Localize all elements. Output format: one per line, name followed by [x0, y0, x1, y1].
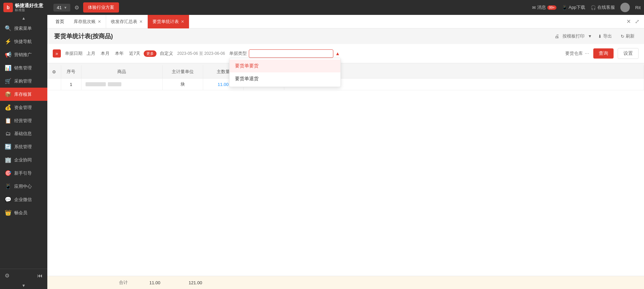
refresh-button[interactable]: ↻ 刷新: [618, 32, 637, 41]
filter-settings-button[interactable]: 设置: [618, 48, 639, 59]
date-last-month-button[interactable]: 上月: [85, 50, 97, 57]
tab-controls: ✕ ⤢: [625, 17, 641, 26]
sidebar-item-label: 销售管理: [14, 65, 32, 71]
purchase-icon: 🛒: [5, 78, 11, 84]
page-actions: 🖨 按模板打印 ▼ ⬇ 导出 ↻ 刷新: [554, 32, 637, 41]
base-info-icon: 🗂: [5, 131, 11, 137]
settings-gear-button[interactable]: ⚙: [73, 3, 80, 12]
warehouse-more-icon[interactable]: ···: [585, 50, 589, 57]
top-header: b 畅捷通好生意 标准版 41 ▼ ⚙ 体验行业方案 ✉ 消息 99+ 📱 Ap…: [0, 0, 644, 15]
sidebar-item-search[interactable]: 🔍 搜索菜单: [0, 22, 47, 35]
sidebar-scroll-up-button[interactable]: ▲: [22, 16, 26, 21]
tab-requisition-summary-close-icon[interactable]: ✕: [181, 19, 184, 24]
tab-requisition-summary[interactable]: 要货单统计表 ✕: [148, 15, 189, 28]
col-settings[interactable]: ⚙: [47, 65, 61, 79]
sidebar-item-operations[interactable]: 📋 经营管理: [0, 114, 47, 127]
sidebar-item-member[interactable]: 👑 畅会员: [0, 206, 47, 219]
tab-expand-button[interactable]: ⤢: [634, 17, 641, 26]
sidebar-item-wechat[interactable]: 💬 企业微信: [0, 193, 47, 206]
member-icon: 👑: [5, 209, 11, 216]
company-dropdown-arrow-icon: ▼: [64, 6, 67, 9]
sidebar-item-label: 营销推广: [14, 52, 32, 58]
sidebar-settings-button[interactable]: ⚙: [5, 272, 9, 279]
tab-close-window-button[interactable]: ✕: [625, 17, 632, 26]
message-icon: ✉: [532, 5, 536, 10]
sidebar-item-label: 采购管理: [14, 78, 32, 84]
query-button[interactable]: 查询: [593, 48, 614, 59]
company-selector[interactable]: 41 ▼: [53, 4, 70, 12]
tab-requisition-summary-label: 要货单统计表: [152, 19, 179, 25]
col-unit: 主计量单位: [162, 65, 203, 79]
tab-receive-summary-label: 收发存汇总表: [111, 19, 137, 25]
date-this-month-button[interactable]: 本月: [99, 50, 112, 57]
sidebar-item-base-info[interactable]: 🗂 基础信息: [0, 127, 47, 140]
type-input[interactable]: [249, 49, 333, 58]
sales-icon: 📊: [5, 65, 11, 71]
export-button[interactable]: ⬇ 导出: [595, 32, 615, 41]
marketing-icon: 📢: [5, 51, 11, 58]
warehouse-label: 要货仓库: [565, 50, 583, 57]
date-more-button[interactable]: 更多: [144, 50, 157, 57]
sidebar-item-quick-nav[interactable]: ⚡ 快捷导航: [0, 35, 47, 48]
app-brand: 畅捷通好生意 标准版: [15, 3, 43, 13]
user-avatar[interactable]: [620, 3, 630, 12]
export-icon: ⬇: [598, 34, 602, 39]
warehouse-filter-group: 要货仓库 ···: [565, 50, 589, 57]
filter-expand-button[interactable]: »: [53, 49, 61, 58]
sidebar-item-label: 资金管理: [14, 105, 32, 111]
sidebar-item-enterprise[interactable]: 🏢 企业协同: [0, 153, 47, 166]
tab-inventory-batch[interactable]: 库存批次账 ✕: [69, 15, 106, 28]
type-dropdown-arrow-icon[interactable]: ▲: [335, 51, 340, 56]
quantity-link[interactable]: 11.00: [218, 82, 229, 87]
tab-home[interactable]: 首页: [51, 15, 69, 28]
messages-action[interactable]: ✉ 消息 99+: [532, 4, 556, 10]
print-button[interactable]: 按模板打印: [560, 32, 587, 41]
col-index: 序号: [61, 65, 81, 79]
sidebar-item-app-center[interactable]: 📱 应用中心: [0, 180, 47, 193]
sidebar-item-marketing[interactable]: 📢 营销推广: [0, 48, 47, 61]
type-label: 单据类型: [229, 50, 247, 57]
sidebar-item-guide[interactable]: 🎯 新手引导: [0, 166, 47, 180]
print-dropdown-arrow-icon[interactable]: ▼: [588, 34, 592, 39]
sidebar-bottom: ⚙ ⏮: [0, 269, 47, 282]
enterprise-icon: 🏢: [5, 157, 11, 163]
tab-inventory-batch-close-icon[interactable]: ✕: [98, 19, 101, 24]
page-title: 要货单统计表(按商品): [54, 32, 113, 40]
header-left: b 畅捷通好生意 标准版 41 ▼ ⚙ 体验行业方案: [3, 2, 119, 13]
print-btn-group: 🖨 按模板打印 ▼: [554, 32, 592, 41]
page-header: 要货单统计表(按商品) 🖨 按模板打印 ▼ ⬇ 导出 ↻ 刷新: [47, 28, 644, 44]
date-this-year-button[interactable]: 本年: [113, 50, 126, 57]
sidebar-item-label: 搜索菜单: [14, 25, 32, 31]
sidebar-collapse-button[interactable]: ⏮: [37, 273, 43, 279]
sidebar-item-label: 快捷导航: [14, 39, 32, 45]
col-settings-icon: ⚙: [52, 69, 56, 74]
sidebar-item-sales[interactable]: 📊 销售管理: [0, 61, 47, 74]
filter-bar: » 单据日期 上月 本月 本年 近7天 更多 自定义 2023-05-06 至 …: [47, 44, 644, 63]
app-download-action[interactable]: 📱 App下载: [562, 4, 585, 10]
tab-receive-summary[interactable]: 收发存汇总表 ✕: [106, 15, 148, 28]
search-icon: 🔍: [5, 25, 11, 31]
sidebar-item-inventory[interactable]: 📦 库存核算: [0, 88, 47, 101]
date-custom-button[interactable]: 自定义: [158, 50, 175, 57]
sidebar-item-label: 库存核算: [14, 91, 32, 97]
sidebar-item-label: 企业协同: [14, 157, 32, 163]
guide-icon: 🎯: [5, 170, 11, 176]
messages-badge: 99+: [547, 5, 556, 10]
sidebar-scroll-top: ▲: [0, 15, 47, 22]
sidebar-item-system[interactable]: 🔄 系统管理: [0, 140, 47, 153]
dropdown-option-requisition-order[interactable]: 要货单要货: [230, 60, 340, 72]
dropdown-option-requisition-return[interactable]: 要货单退货: [230, 72, 340, 85]
finance-icon: 💰: [5, 104, 11, 111]
tab-receive-summary-close-icon[interactable]: ✕: [139, 19, 143, 24]
table-header-row: ⚙ 序号 商品 主计量单位 主数量 零售金额: [47, 65, 644, 79]
username-text: Rit: [635, 5, 641, 10]
sidebar-item-finance[interactable]: 💰 资金管理: [0, 101, 47, 114]
sidebar-item-label: 企业微信: [14, 197, 32, 203]
product-cell-content: [86, 82, 158, 86]
trial-button[interactable]: 体验行业方案: [83, 2, 119, 13]
sidebar-item-purchase[interactable]: 🛒 采购管理: [0, 74, 47, 88]
sidebar-item-label: 畅会员: [14, 210, 27, 216]
date-7days-button[interactable]: 近7天: [127, 50, 142, 57]
sidebar-scroll-down-button[interactable]: ▼: [22, 283, 26, 288]
online-service-action[interactable]: 🎧 在线客服: [591, 4, 615, 10]
